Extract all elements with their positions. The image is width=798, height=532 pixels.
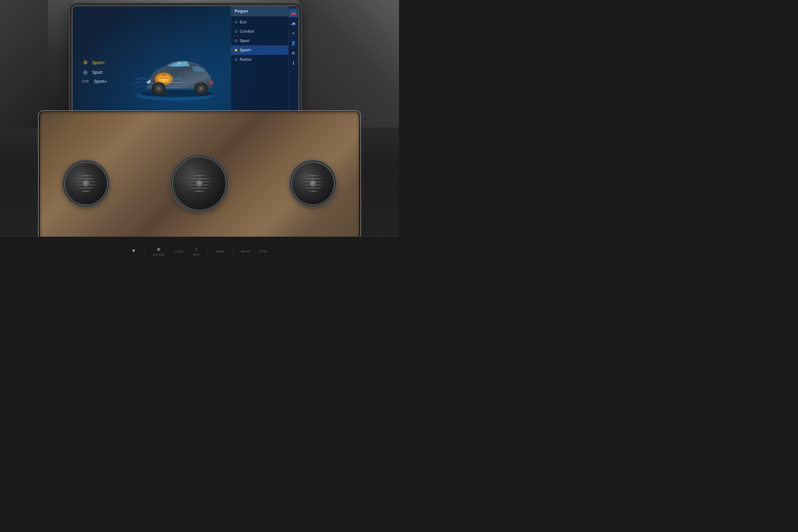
vent-slat <box>187 178 212 179</box>
sync-label: SYNC <box>259 250 268 253</box>
vent-right-knob[interactable] <box>309 180 317 187</box>
ac-label: A/C OFF <box>152 253 165 256</box>
ctrl-separator-3 <box>232 247 233 256</box>
ctrl-ac-button[interactable]: ❄ A/C OFF <box>151 245 167 258</box>
vent-slat <box>308 191 319 192</box>
left-menu-label-sport-plus: Sport+ <box>92 60 105 65</box>
vent-center-knob[interactable] <box>196 180 203 187</box>
vent-left <box>64 162 108 205</box>
sport-plus-label: Sport+ <box>240 48 252 52</box>
auto-label: AUTO <box>174 250 183 253</box>
svg-point-16 <box>178 62 180 64</box>
vent-slat <box>306 175 320 176</box>
icon-btn-car[interactable]: 🚗 <box>289 9 298 17</box>
vent-slat <box>189 188 210 189</box>
sport-label: Sport <box>240 38 249 43</box>
icon-btn-person[interactable]: 👤 <box>289 39 298 48</box>
menu-item-eco[interactable]: Eco <box>231 17 288 27</box>
down-icon: ▼ <box>131 248 136 254</box>
icon-btn-bars[interactable]: ≡ <box>289 29 298 37</box>
rear-label: REAR <box>241 250 249 253</box>
fan-icon: ↑ <box>195 247 197 252</box>
menu-item-sport-plus[interactable]: Sport+ <box>231 45 288 55</box>
menu-item-sport[interactable]: Sport <box>231 36 288 45</box>
ac-icon: ❄ <box>156 247 160 252</box>
esp-label: ESP <box>82 79 91 83</box>
sport-dot <box>235 40 237 42</box>
left-menu-label-sport: Sport <box>92 70 102 75</box>
vent-left-knob[interactable] <box>82 180 90 187</box>
sport-plus-dot <box>235 49 237 52</box>
ctrl-rear-button[interactable]: REAR <box>239 249 251 254</box>
ctrl-separator <box>144 247 144 256</box>
vent-slat <box>79 175 93 176</box>
air-vents-row <box>32 133 367 234</box>
ctrl-auto-button[interactable]: AUTO <box>173 249 185 254</box>
engine-icon: ⚙ <box>82 59 89 65</box>
vent-slat <box>77 188 94 189</box>
comfort-label: Comfort <box>240 29 254 34</box>
eco-label: Eco <box>240 20 247 24</box>
screen-bezel <box>72 0 299 5</box>
bottom-controls-bar: ▼ ❄ A/C OFF AUTO ↑ MAX REAR REAR SYNC <box>0 236 399 266</box>
eco-dot <box>235 21 237 23</box>
comfort-dot <box>235 30 237 33</box>
left-menu-label-esp-sport-plus: Sport+ <box>94 79 107 84</box>
vent-slat <box>192 191 206 192</box>
fanmax-label: MAX <box>193 253 200 256</box>
svg-point-11 <box>157 87 160 90</box>
icon-btn-gear[interactable]: ⚙ <box>289 49 298 57</box>
svg-point-15 <box>200 87 202 90</box>
icon-btn-info[interactable]: ℹ <box>289 59 298 67</box>
vent-slat <box>303 178 323 179</box>
vent-slat <box>305 188 322 189</box>
menu-item-rucno[interactable]: Ručno <box>231 55 288 64</box>
menu-label: REAR <box>216 250 225 253</box>
ctrl-fanmax-button[interactable]: ↑ MAX <box>191 245 202 258</box>
menu-item-comfort[interactable]: Comfort <box>231 27 288 36</box>
steering-icon: ◎ <box>82 69 89 75</box>
vent-slat <box>80 191 91 192</box>
right-panel-title: Pogon <box>235 9 248 13</box>
vent-slat <box>191 175 208 176</box>
ctrl-sync-button[interactable]: SYNC <box>258 249 270 254</box>
vent-slat <box>76 178 96 179</box>
svg-rect-7 <box>162 75 166 76</box>
rucno-dot <box>235 58 237 61</box>
rucno-label: Ručno <box>240 57 251 62</box>
ctrl-down-button[interactable]: ▼ <box>129 247 138 256</box>
ctrl-separator-2 <box>208 247 208 256</box>
ctrl-menu-button[interactable]: REAR <box>214 249 226 254</box>
icon-btn-car2[interactable]: 🚙 <box>289 19 298 27</box>
vent-center <box>172 156 227 211</box>
vent-right <box>291 162 335 205</box>
